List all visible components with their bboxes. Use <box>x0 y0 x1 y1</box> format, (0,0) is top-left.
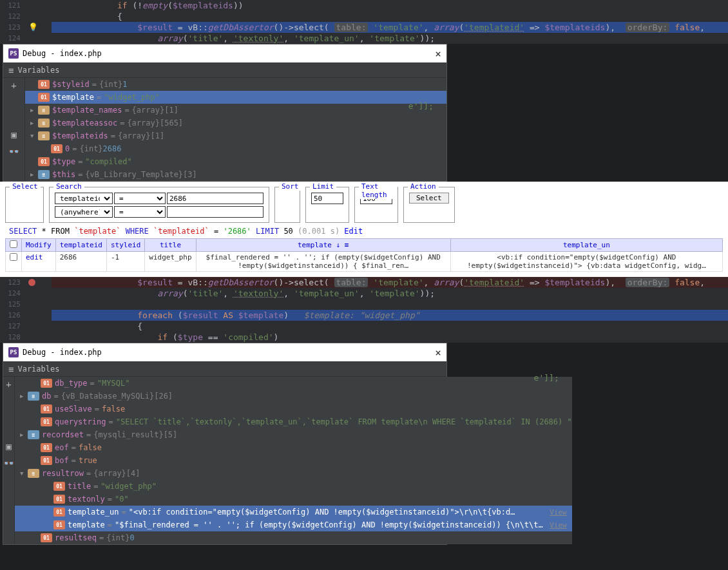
search-value-input[interactable] <box>167 193 263 204</box>
menu-icon[interactable]: ≡ <box>8 364 14 374</box>
table-row: edit 2686 -1 widget_php $final_rendered … <box>6 252 723 272</box>
debug-sidebar: + ▣ 👓 <box>3 78 25 181</box>
anywhere-select[interactable]: (anywhere) <box>55 206 113 218</box>
row-checkbox[interactable] <box>10 253 17 261</box>
variables-tab-label[interactable]: Variables <box>17 365 59 374</box>
field-select[interactable]: templateid <box>55 193 113 204</box>
expand-arrow-icon[interactable]: ▶ <box>30 107 38 113</box>
add-icon[interactable]: + <box>11 81 16 91</box>
line-number: 122 <box>0 11 26 22</box>
op-select[interactable]: = <box>114 193 166 204</box>
expand-arrow-icon[interactable]: ▶ <box>30 171 38 178</box>
limit-input[interactable] <box>311 193 343 204</box>
result-table: Modify templateid styleid title template… <box>5 238 723 272</box>
line-number: 121 <box>0 0 26 11</box>
view-full-link[interactable]: View <box>550 508 567 517</box>
search-fieldset: Search templateid = (anywhere) = <box>49 187 269 223</box>
templateid-header[interactable]: templateid <box>55 239 106 252</box>
glasses-icon[interactable]: 👓 <box>3 458 14 468</box>
debug-panel-top: PS Debug - index.php × ≡ Variables + ▣ 👓… <box>3 44 447 182</box>
collapse-arrow-icon[interactable]: ▼ <box>20 470 28 477</box>
variables-tree[interactable]: e']]; 01db_type="MYSQL" ▶≡db={vB_Databas… <box>15 377 572 544</box>
cell-styleid: -1 <box>106 252 144 272</box>
cell-template-un: <vb:if condition="empty($widgetConfig) A… <box>450 252 722 272</box>
select-all-checkbox[interactable] <box>10 240 17 248</box>
cell-title: widget_php <box>145 252 196 272</box>
collapse-arrow-icon[interactable]: ▼ <box>30 133 38 139</box>
cell-templateid: 2686 <box>55 252 106 272</box>
template-header[interactable]: template ↓ ≡ <box>196 239 450 252</box>
variable-row-selected: 01template_un="<vb:if condition="empty($… <box>15 506 572 518</box>
expand-arrow-icon[interactable]: ▶ <box>20 393 28 399</box>
breakpoint-icon[interactable] <box>28 279 35 286</box>
debug-sidebar: + ▣ 👓 <box>3 377 15 544</box>
edit-query-link[interactable]: Edit <box>344 227 363 236</box>
intention-bulb-icon[interactable]: 💡 <box>28 22 38 33</box>
styleid-header[interactable]: styleid <box>106 239 144 252</box>
collapse-icon[interactable]: ▣ <box>6 441 11 451</box>
code-editor-top[interactable]: 121 if (!empty($templateids)) 122 { 123💡… <box>0 0 728 44</box>
debug-titlebar[interactable]: PS Debug - index.php × <box>3 44 446 62</box>
search-value-input-2[interactable] <box>167 206 263 218</box>
debug-titlebar[interactable]: PS Debug - index.php × <box>3 343 446 361</box>
close-icon[interactable]: × <box>435 48 441 60</box>
menu-icon[interactable]: ≡ <box>8 65 14 75</box>
glasses-icon[interactable]: 👓 <box>8 146 19 157</box>
debug-title-label: Debug - index.php <box>23 49 102 58</box>
db-admin-panel: Select Search templateid = (anywhere) = … <box>0 182 728 277</box>
expand-arrow-icon[interactable]: ▶ <box>20 432 28 438</box>
textlen-fieldset: Text length <box>354 187 398 223</box>
line-number: 128 <box>0 332 26 343</box>
variable-row-selected: 01$template="widget_php" <box>25 91 446 104</box>
add-icon[interactable]: + <box>6 379 11 390</box>
action-fieldset: Action Select <box>403 187 455 223</box>
line-number: 124 <box>0 33 26 44</box>
ide-icon: PS <box>8 347 19 357</box>
line-number: 123 <box>0 277 26 288</box>
title-header[interactable]: title <box>145 239 196 252</box>
select-fieldset: Select <box>5 187 44 223</box>
line-number: 127 <box>0 321 26 332</box>
sort-fieldset: Sort <box>274 187 300 223</box>
collapse-icon[interactable]: ▣ <box>11 129 16 140</box>
expand-arrow-icon[interactable]: ▶ <box>30 120 38 126</box>
line-number: 124 <box>0 288 26 299</box>
sql-query-display: SELECT * FROM `template` WHERE `template… <box>5 227 723 236</box>
close-icon[interactable]: × <box>435 347 441 359</box>
debug-title-label: Debug - index.php <box>23 348 102 357</box>
view-full-link[interactable]: View <box>550 521 567 529</box>
debug-tab-bar: ≡ Variables <box>3 62 446 78</box>
edit-row-link[interactable]: edit <box>22 252 56 272</box>
modify-header[interactable]: Modify <box>22 239 56 252</box>
code-editor-bottom[interactable]: 123 $result = vB::getDbAssertor()->selec… <box>0 277 728 343</box>
line-number: 125 <box>0 299 26 310</box>
debug-panel-bottom: PS Debug - index.php × ≡ Variables + ▣ 👓… <box>3 343 447 545</box>
select-button[interactable]: Select <box>409 193 449 204</box>
variables-tab-label[interactable]: Variables <box>17 66 59 75</box>
template-un-header[interactable]: template_un <box>450 239 722 252</box>
debug-tab-bar: ≡ Variables <box>3 361 446 377</box>
line-number: 126 <box>0 310 26 321</box>
variables-tree[interactable]: e']]; 01$styleid={int} 1 01$template="wi… <box>25 78 446 181</box>
op-select-2[interactable]: = <box>114 206 166 218</box>
limit-fieldset: Limit <box>305 187 349 223</box>
line-number: 123 <box>0 22 26 33</box>
cell-template: $final_rendered = '' . ''; if (empty($wi… <box>196 252 450 272</box>
ide-icon: PS <box>8 48 19 59</box>
